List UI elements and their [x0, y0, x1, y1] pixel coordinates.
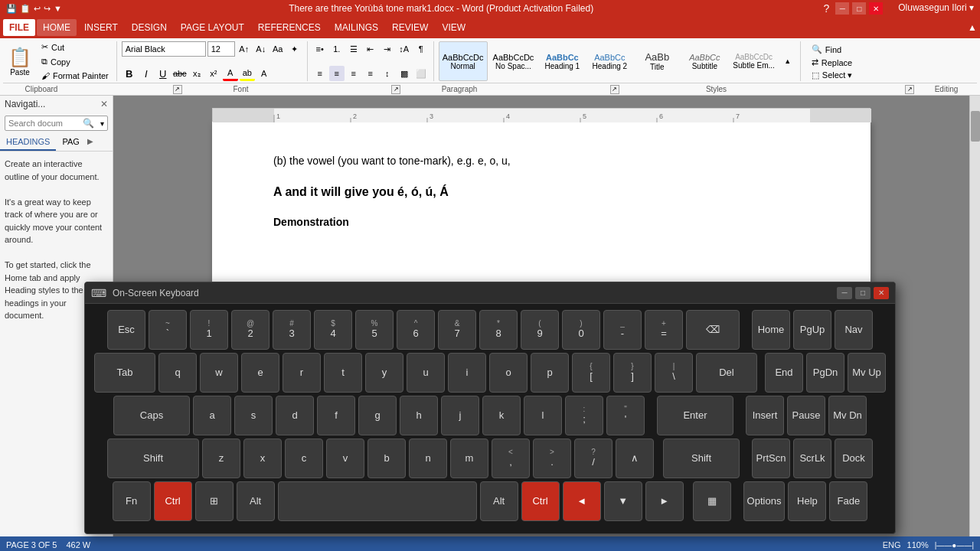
paragraph-expand-btn[interactable]: ↗ — [610, 85, 619, 94]
justify-btn[interactable]: ≡ — [363, 66, 378, 81]
find-button[interactable]: 🔍 Find — [808, 43, 856, 56]
osk-close-btn[interactable]: ✕ — [874, 287, 889, 299]
select-button[interactable]: ⬚ Select ▾ — [808, 69, 856, 82]
key-1[interactable]: !1 — [190, 310, 228, 350]
sort-btn[interactable]: ↕A — [397, 41, 412, 57]
align-left-btn[interactable]: ≡ — [312, 66, 328, 81]
key-b[interactable]: b — [368, 439, 406, 478]
key-2[interactable]: @2 — [231, 310, 270, 350]
menu-home[interactable]: HOME — [37, 19, 77, 36]
cut-button[interactable]: ✂ Cut — [38, 41, 112, 54]
close-btn[interactable]: ✕ — [869, 2, 883, 15]
key-pgup[interactable]: PgUp — [793, 310, 831, 350]
key-9[interactable]: (9 — [521, 310, 559, 350]
strikethrough-button[interactable]: abc — [172, 66, 188, 81]
collapse-ribbon-btn[interactable]: ▲ — [968, 22, 977, 33]
nav-tab-expand-icon[interactable]: ▶ — [86, 134, 95, 151]
key-mvup[interactable]: Mv Up — [848, 353, 886, 393]
key-slash[interactable]: ?/ — [574, 439, 612, 478]
key-x[interactable]: x — [243, 439, 282, 478]
align-right-btn[interactable]: ≡ — [346, 66, 361, 81]
key-f[interactable]: f — [317, 396, 355, 435]
key-n[interactable]: n — [409, 439, 447, 478]
multilevel-btn[interactable]: ☰ — [346, 41, 361, 57]
key-5[interactable]: %5 — [355, 310, 394, 350]
key-backspace[interactable]: ⌫ — [686, 310, 740, 350]
key-rctrl[interactable]: Ctrl — [521, 481, 560, 521]
key-z[interactable]: z — [202, 439, 240, 478]
menu-insert[interactable]: INSERT — [78, 19, 124, 36]
key-win[interactable]: ⊞ — [195, 481, 234, 521]
key-3[interactable]: #3 — [273, 310, 311, 350]
grow-font-btn[interactable]: A↑ — [237, 41, 252, 57]
change-case-btn[interactable]: Aa — [270, 41, 286, 57]
increase-indent-btn[interactable]: ⇥ — [380, 41, 395, 57]
style-heading1-btn[interactable]: AaBbCc Heading 1 — [539, 41, 585, 81]
key-m[interactable]: m — [450, 439, 488, 478]
osk-minimize-btn[interactable]: ─ — [837, 287, 852, 299]
help-btn[interactable]: ? — [820, 2, 832, 15]
key-period[interactable]: >. — [533, 439, 571, 478]
key-fade[interactable]: Fade — [829, 481, 867, 521]
key-pgdn[interactable]: PgDn — [806, 353, 844, 393]
menu-mailings[interactable]: MAILINGS — [328, 19, 384, 36]
key-y[interactable]: y — [365, 353, 403, 393]
minimize-btn[interactable]: ─ — [835, 2, 849, 15]
key-j[interactable]: j — [441, 396, 479, 435]
key-lshift[interactable]: Shift — [107, 439, 199, 478]
paste-button[interactable]: 📋 Paste — [3, 41, 37, 81]
bold-button[interactable]: B — [122, 66, 137, 81]
key-i[interactable]: i — [448, 353, 486, 393]
key-a[interactable]: a — [193, 396, 231, 435]
menu-view[interactable]: VIEW — [436, 19, 472, 36]
style-heading2-btn[interactable]: AaBbCc Heading 2 — [586, 41, 632, 81]
clipboard-expand-btn[interactable]: ↗ — [173, 85, 182, 94]
zoom-slider[interactable]: |——●——| — [935, 541, 974, 549]
bullets-btn[interactable]: ≡• — [312, 41, 328, 57]
key-down[interactable]: ▼ — [604, 481, 642, 521]
font-color-btn[interactable]: A — [223, 66, 238, 81]
key-8[interactable]: *8 — [479, 310, 518, 350]
borders-btn[interactable]: ⬜ — [413, 66, 429, 81]
styles-expand-btn[interactable]: ↗ — [905, 85, 914, 94]
copy-button[interactable]: ⧉ Copy — [38, 55, 112, 68]
key-end[interactable]: End — [765, 353, 803, 393]
key-u[interactable]: u — [407, 353, 445, 393]
key-semicolon[interactable]: :; — [565, 396, 603, 435]
show-marks-btn[interactable]: ¶ — [413, 41, 429, 57]
vertical-scrollbar[interactable] — [969, 96, 980, 536]
key-esc[interactable]: Esc — [107, 310, 145, 350]
key-nav[interactable]: Nav — [835, 310, 873, 350]
key-0[interactable]: )0 — [562, 310, 600, 350]
key-lalt[interactable]: Alt — [237, 481, 275, 521]
key-pause[interactable]: Pause — [787, 396, 825, 435]
key-scrlk[interactable]: ScrLk — [793, 439, 831, 478]
key-space[interactable] — [278, 481, 477, 521]
restore-btn[interactable]: □ — [852, 2, 866, 15]
highlight-btn[interactable]: ab — [240, 66, 255, 81]
key-q[interactable]: q — [158, 353, 197, 393]
key-left[interactable]: ◄ — [563, 481, 601, 521]
key-v[interactable]: v — [326, 439, 364, 478]
menu-design[interactable]: DESIGN — [126, 19, 173, 36]
key-enter[interactable]: Enter — [657, 396, 733, 435]
key-prtscn[interactable]: PrtScn — [752, 439, 790, 478]
font-expand-btn[interactable]: ↗ — [391, 85, 400, 94]
key-o[interactable]: o — [489, 353, 528, 393]
nav-close-btn[interactable]: ✕ — [100, 99, 108, 109]
key-backslash[interactable]: |\ — [655, 353, 693, 393]
key-minus[interactable]: _- — [603, 310, 642, 350]
key-k[interactable]: k — [482, 396, 521, 435]
key-home[interactable]: Home — [752, 310, 790, 350]
key-lbracket[interactable]: {[ — [572, 353, 610, 393]
key-mvdn[interactable]: Mv Dn — [828, 396, 867, 435]
key-del[interactable]: Del — [696, 353, 757, 393]
replace-button[interactable]: ⇄ Replace — [808, 56, 856, 69]
key-up[interactable]: ∧ — [616, 439, 654, 478]
key-s[interactable]: s — [234, 396, 273, 435]
key-tab[interactable]: Tab — [94, 353, 155, 393]
scroll-thumb[interactable] — [971, 111, 980, 142]
nav-search-input[interactable] — [5, 117, 80, 129]
styles-scroll-up-btn[interactable]: ▲ — [780, 55, 795, 67]
key-quote[interactable]: "' — [606, 396, 645, 435]
